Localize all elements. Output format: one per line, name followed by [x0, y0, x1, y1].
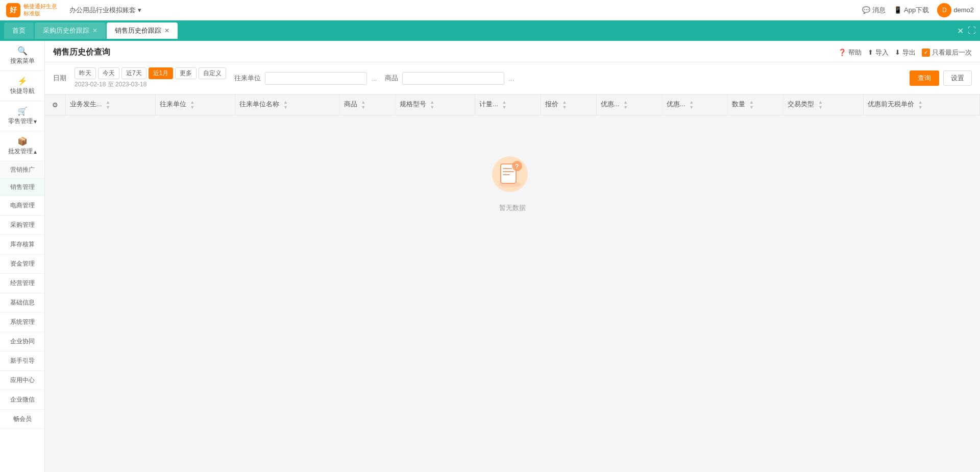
product-dots[interactable]: ...	[508, 75, 514, 82]
header-left: 好 畅捷通好生意 标准版 办公用品行业模拟账套 ▾	[6, 3, 141, 17]
date-filter-block: 昨天 今天 近7天 近1月 更多 自定义 2023-02-18 至 2023-0…	[75, 67, 226, 89]
sidebar-item-enterprise-wechat[interactable]: 企业微信	[0, 390, 44, 410]
user-menu[interactable]: D demo2	[937, 3, 974, 17]
col-discount2[interactable]: 优惠... ▲▼	[662, 95, 728, 115]
page-header: 销售历史价查询 ❓ 帮助 ⬆ 导入 ⬇ 导出 ✓ 只看最后一次	[45, 41, 980, 62]
checkbox-checked-icon: ✓	[922, 49, 930, 57]
table-empty-state: ? 暂无数据	[45, 115, 980, 253]
search-icon: 🔍	[2, 46, 42, 56]
col-biz-date[interactable]: 业务发生... ▲▼	[65, 95, 155, 115]
sidebar-item-sales-mgmt[interactable]: 销售管理	[0, 179, 44, 196]
col-pre-discount-price[interactable]: 优惠前无税单价 ▲▼	[864, 95, 980, 115]
sidebar-item-wholesale-mgmt[interactable]: 📦 批发管理 ▴	[0, 131, 44, 161]
sidebar-item-system[interactable]: 系统管理	[0, 313, 44, 332]
tab-close-sales[interactable]: ✕	[164, 27, 169, 34]
help-icon: ❓	[838, 49, 846, 56]
sort-arrows-trading-unit-name: ▲▼	[283, 100, 288, 110]
close-window-icon[interactable]: ✕	[957, 26, 964, 36]
sidebar-item-collab[interactable]: 企业协同	[0, 332, 44, 351]
chevron-up-icon: ▴	[34, 148, 37, 155]
tab-purchase-history[interactable]: 采购历史价跟踪 ✕	[35, 22, 106, 39]
tab-bar-controls: ✕ ⛶	[957, 26, 976, 36]
filter-actions: 查询 设置	[910, 70, 972, 86]
empty-text-label: 暂无数据	[499, 203, 526, 213]
trading-partner-label: 往来单位	[234, 74, 261, 83]
trading-partner-input[interactable]	[265, 72, 367, 85]
lightning-icon: ⚡	[2, 76, 42, 86]
sidebar-item-search-menu[interactable]: 🔍 搜索菜单	[0, 41, 44, 71]
date-btn-custom[interactable]: 自定义	[199, 67, 226, 79]
svg-rect-2	[503, 168, 512, 169]
export-button[interactable]: ⬇ 导出	[895, 48, 916, 57]
sidebar-item-app-center[interactable]: 应用中心	[0, 371, 44, 390]
import-button[interactable]: ⬆ 导入	[868, 48, 889, 57]
sidebar-item-member[interactable]: 畅会员	[0, 410, 44, 429]
table-header-row: ⚙ 业务发生... ▲▼ 往来单位 ▲▼ 往来单位名称 ▲▼	[45, 95, 980, 115]
app-download-button[interactable]: 📱 App下载	[894, 6, 929, 15]
expand-window-icon[interactable]: ⛶	[968, 26, 976, 35]
sidebar-item-fund[interactable]: 资金管理	[0, 254, 44, 274]
col-settings[interactable]: ⚙	[45, 95, 65, 115]
message-button[interactable]: 💬 消息	[862, 6, 886, 15]
sidebar-item-inventory[interactable]: 库存核算	[0, 235, 44, 254]
tab-sales-history[interactable]: 销售历史价跟踪 ✕	[107, 22, 178, 39]
date-btn-7days[interactable]: 近7天	[121, 67, 146, 79]
col-product[interactable]: 商品 ▲▼	[339, 95, 395, 115]
query-button[interactable]: 查询	[910, 70, 939, 86]
col-trading-unit-name[interactable]: 往来单位名称 ▲▼	[235, 95, 339, 115]
sidebar-item-retail-mgmt[interactable]: 🛒 零售管理 ▾	[0, 101, 44, 131]
date-btn-today[interactable]: 今天	[98, 67, 119, 79]
sidebar-item-purchase[interactable]: 采购管理	[0, 216, 44, 235]
empty-illustration: ?	[492, 156, 528, 192]
product-input[interactable]	[402, 72, 504, 85]
download-icon: 📱	[894, 6, 902, 14]
col-unit[interactable]: 计量... ▲▼	[475, 95, 541, 115]
svg-rect-4	[503, 174, 510, 175]
page-actions: ❓ 帮助 ⬆ 导入 ⬇ 导出 ✓ 只看最后一次	[838, 48, 972, 57]
top-header: 好 畅捷通好生意 标准版 办公用品行业模拟账套 ▾ 💬 消息 📱 App下载 D…	[0, 0, 980, 20]
logo-icon: 好	[6, 3, 20, 17]
sidebar-item-quick-nav[interactable]: ⚡ 快捷导航	[0, 71, 44, 101]
sort-arrows-discount2: ▲▼	[689, 100, 694, 110]
col-quantity[interactable]: 数量 ▲▼	[728, 95, 783, 115]
table-container: ⚙ 业务发生... ▲▼ 往来单位 ▲▼ 往来单位名称 ▲▼	[45, 95, 980, 472]
col-discount1[interactable]: 优惠... ▲▼	[596, 95, 662, 115]
tab-bar: 首页 采购历史价跟踪 ✕ 销售历史价跟踪 ✕ ✕ ⛶	[0, 20, 980, 41]
logo-area: 好 畅捷通好生意 标准版	[6, 3, 57, 17]
sort-arrows-biz-date: ▲▼	[106, 100, 110, 110]
sort-arrows-discount1: ▲▼	[623, 100, 628, 110]
sort-arrows-quantity: ▲▼	[749, 100, 754, 110]
header-right: 💬 消息 📱 App下载 D demo2	[862, 3, 974, 17]
col-quote[interactable]: 报价 ▲▼	[541, 95, 596, 115]
product-field: 商品 ...	[385, 72, 514, 85]
wholesale-submenu: 营销推广 销售管理	[0, 161, 44, 196]
only-latest-toggle[interactable]: ✓ 只看最后一次	[922, 48, 972, 57]
sort-arrows-quote: ▲▼	[562, 100, 567, 110]
trading-partner-dots[interactable]: ...	[371, 75, 377, 82]
col-trading-unit[interactable]: 往来单位 ▲▼	[155, 95, 235, 115]
sidebar-item-marketing[interactable]: 营销推广	[0, 161, 44, 179]
sidebar-item-operation[interactable]: 经营管理	[0, 274, 44, 293]
tab-home[interactable]: 首页	[4, 22, 34, 39]
tab-close-purchase[interactable]: ✕	[92, 27, 97, 34]
export-icon: ⬇	[895, 49, 900, 56]
col-spec[interactable]: 规格型号 ▲▼	[395, 95, 475, 115]
date-btn-more[interactable]: 更多	[175, 67, 197, 79]
page-title: 销售历史价查询	[53, 47, 110, 58]
product-label: 商品	[385, 74, 398, 83]
empty-image: ?	[492, 156, 533, 197]
svg-text:?: ?	[515, 163, 519, 170]
help-button[interactable]: ❓ 帮助	[838, 48, 862, 57]
sidebar-item-basic-info[interactable]: 基础信息	[0, 293, 44, 313]
sidebar-item-guide[interactable]: 新手引导	[0, 351, 44, 371]
col-trade-type[interactable]: 交易类型 ▲▼	[783, 95, 864, 115]
sidebar-item-ecommerce[interactable]: 电商管理	[0, 196, 44, 216]
sort-arrows-trade-type: ▲▼	[818, 100, 823, 110]
app-selector[interactable]: 办公用品行业模拟账套 ▾	[69, 6, 141, 15]
sort-arrows-product: ▲▼	[361, 100, 365, 110]
sort-arrows-unit: ▲▼	[502, 100, 507, 110]
filter-bar: 日期 昨天 今天 近7天 近1月 更多 自定义 2023-02-18 至 202…	[45, 62, 980, 95]
date-btn-1month[interactable]: 近1月	[149, 67, 174, 79]
date-btn-yesterday[interactable]: 昨天	[75, 67, 96, 79]
setting-button[interactable]: 设置	[943, 70, 972, 86]
